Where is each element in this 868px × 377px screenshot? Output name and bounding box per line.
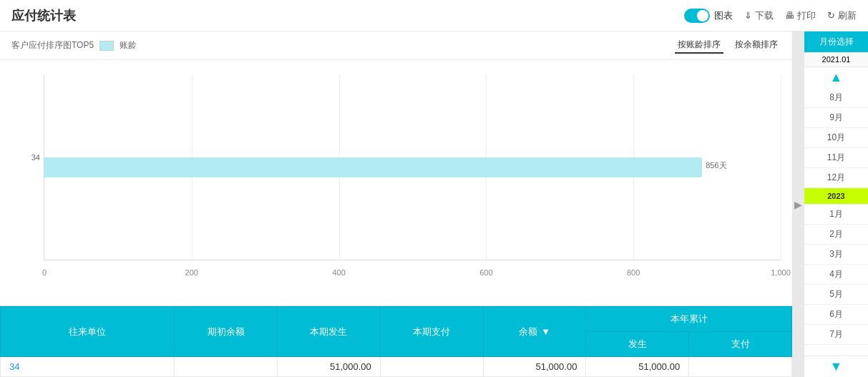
- bar-fill: [44, 157, 702, 177]
- print-button[interactable]: 🖶 打印: [785, 9, 816, 22]
- legend-label: 账龄: [120, 39, 137, 52]
- bar-chart-container: 02004006008001,00034856天: [0, 60, 792, 305]
- chart-header: 客户应付排序图TOP5 账龄 按账龄排序 按余额排序: [0, 31, 792, 60]
- col-opening-header: 期初余额: [175, 307, 278, 357]
- cell-ytd-payment: [689, 357, 792, 377]
- header-actions: 图表 ⇓ 下载 🖶 打印 ↻ 刷新: [684, 9, 857, 23]
- sort-by-balance-button[interactable]: 按余额排序: [732, 37, 781, 54]
- col-balance-header: 余额 ▼: [483, 307, 586, 357]
- chart-toggle-container: 图表: [684, 9, 733, 23]
- sidebar-divider[interactable]: ▶: [792, 31, 804, 377]
- month-list: 8月9月10月11月12月20231月2月3月4月5月6月7月: [804, 88, 868, 356]
- month-item[interactable]: 11月: [804, 148, 868, 168]
- cell-current-amount: 51,000.00: [278, 357, 381, 377]
- cell-ytd-amount: 51,000.00: [586, 357, 689, 377]
- chart-toggle[interactable]: [684, 9, 710, 23]
- month-item[interactable]: 4月: [804, 265, 868, 285]
- refresh-icon: ↻: [827, 10, 835, 21]
- chart-section: 客户应付排序图TOP5 账龄 按账龄排序 按余额排序 0200400600800…: [0, 31, 792, 377]
- cell-balance: 51,000.00: [483, 357, 586, 377]
- x-axis-label: 600: [475, 268, 497, 277]
- col-current-payment-header: 本期支付: [380, 307, 483, 357]
- download-icon: ⇓: [744, 10, 752, 21]
- table-section: 往来单位 期初余额 本期发生 本期支付 余额 ▼ 本年累计 发生: [0, 305, 792, 377]
- bar-value-label: 856天: [706, 160, 726, 171]
- grid-line: [781, 74, 781, 260]
- header: 应付统计表 图表 ⇓ 下载 🖶 打印 ↻ 刷新: [0, 0, 868, 31]
- download-button[interactable]: ⇓ 下载: [744, 9, 774, 22]
- chart-legend: 客户应付排序图TOP5 账龄: [11, 39, 137, 52]
- x-axis-label: 800: [623, 268, 644, 277]
- cell-opening: [175, 357, 278, 377]
- month-item[interactable]: 9月: [804, 108, 868, 128]
- month-item[interactable]: 7月: [804, 325, 868, 345]
- col-ytd-amount-header: 发生: [586, 332, 689, 357]
- nav-down-icon: ▼: [830, 359, 843, 374]
- col-current-amount-header: 本期发生: [278, 307, 381, 357]
- month-item[interactable]: 5月: [804, 285, 868, 305]
- main-content: 客户应付排序图TOP5 账龄 按账龄排序 按余额排序 0200400600800…: [0, 31, 868, 377]
- bar-chart: 02004006008001,00034856天: [11, 67, 781, 282]
- table-row: 34 51,000.00 51,000.00 51,000.00: [1, 357, 792, 377]
- chart-sort-buttons: 按账龄排序 按余额排序: [675, 37, 781, 54]
- sidebar-nav-down-button[interactable]: ▼: [804, 356, 868, 377]
- divider-arrow-icon: ▶: [794, 199, 802, 210]
- sidebar: 月份选择 ▲ 8月9月10月11月12月20231月2月3月4月5月6月7月 ▼: [804, 31, 868, 377]
- col-ytd-payment-header: 支付: [689, 332, 792, 357]
- col-unit-header: 往来单位: [1, 307, 175, 357]
- refresh-button[interactable]: ↻ 刷新: [827, 9, 857, 22]
- month-item[interactable]: 10月: [804, 128, 868, 148]
- x-axis-label: 200: [181, 268, 203, 277]
- month-item[interactable]: 2023: [804, 188, 868, 205]
- month-item[interactable]: 6月: [804, 305, 868, 325]
- cell-current-payment: [380, 357, 483, 377]
- y-axis-label: 34: [11, 153, 40, 162]
- month-item[interactable]: 3月: [804, 245, 868, 265]
- data-table: 往来单位 期初余额 本期发生 本期支付 余额 ▼ 本年累计 发生: [0, 306, 792, 377]
- chart-title: 客户应付排序图TOP5: [11, 39, 94, 52]
- balance-sort-icon[interactable]: ▼: [541, 326, 550, 337]
- month-item[interactable]: 8月: [804, 88, 868, 108]
- legend-box: [99, 41, 114, 51]
- x-axis-label: 0: [34, 268, 55, 277]
- print-icon: 🖶: [785, 10, 794, 21]
- nav-up-icon: ▲: [830, 70, 843, 85]
- col-ytd-group-header: 本年累计: [586, 307, 792, 332]
- sidebar-nav-up-button[interactable]: ▲: [804, 67, 868, 88]
- page-title: 应付统计表: [11, 7, 76, 24]
- month-item[interactable]: 2月: [804, 225, 868, 245]
- month-item[interactable]: 12月: [804, 168, 868, 188]
- x-axis-label: 400: [328, 268, 350, 277]
- sidebar-header: 月份选择: [804, 31, 868, 52]
- sidebar-date-input[interactable]: [804, 52, 868, 67]
- month-item[interactable]: 1月: [804, 205, 868, 225]
- x-axis-label: 1,000: [770, 268, 791, 277]
- cell-unit[interactable]: 34: [1, 357, 175, 377]
- sort-by-age-button[interactable]: 按账龄排序: [675, 37, 723, 54]
- chart-label: 图表: [714, 9, 733, 22]
